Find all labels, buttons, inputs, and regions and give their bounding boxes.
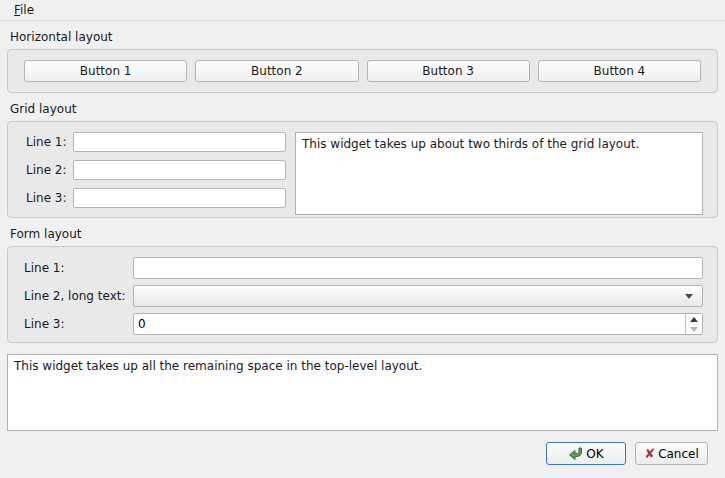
ok-button[interactable]: OK (546, 442, 626, 465)
dialog-content: Horizontal layout Button 1 Button 2 Butt… (0, 30, 725, 465)
form-line1-label: Line 1: (24, 261, 133, 275)
groupbox-horizontal-layout: Button 1 Button 2 Button 3 Button 4 (7, 49, 718, 93)
form-row-line3: Line 3: (24, 313, 703, 335)
form-line3-spinbox[interactable] (133, 313, 703, 335)
red-cross-icon: ✘ (644, 447, 655, 460)
form-line2-label: Line 2, long text: (24, 289, 133, 303)
chevron-down-icon (685, 294, 693, 299)
grid-line2-label: Line 2: (26, 163, 73, 177)
arrow-up-icon (690, 317, 698, 322)
dialog-button-row: OK ✘ Cancel (7, 442, 718, 465)
bottom-textedit[interactable]: This widget takes up all the remaining s… (7, 354, 718, 431)
form-line2-combobox[interactable] (133, 285, 703, 307)
grid-line2-input[interactable] (73, 160, 286, 180)
menu-bar: File (0, 0, 725, 21)
grid-line1-input[interactable] (73, 132, 286, 152)
form-row-line1: Line 1: (24, 257, 703, 279)
grid-row-line1: Line 1: (26, 132, 286, 152)
spinbox-value-input[interactable] (134, 314, 685, 334)
spinbox-arrows (685, 314, 702, 334)
button-2[interactable]: Button 2 (195, 60, 358, 82)
button-4[interactable]: Button 4 (538, 60, 701, 82)
grid-textedit[interactable]: This widget takes up about two thirds of… (295, 132, 703, 215)
form-line3-label: Line 3: (24, 317, 133, 331)
green-return-arrow-icon (568, 446, 583, 461)
grid-left-column: Line 1: Line 2: Line 3: (26, 132, 286, 209)
button-1[interactable]: Button 1 (24, 60, 187, 82)
menu-file-rest: ile (20, 3, 34, 17)
form-row-line2: Line 2, long text: (24, 285, 703, 307)
form-line1-input[interactable] (133, 257, 703, 279)
group-title-horizontal-layout: Horizontal layout (10, 30, 715, 45)
grid-row-line3: Line 3: (26, 188, 286, 208)
ok-button-label: OK (586, 447, 603, 461)
group-title-grid-layout: Grid layout (10, 102, 715, 117)
spinbox-down-button[interactable] (686, 324, 702, 334)
cancel-button[interactable]: ✘ Cancel (635, 442, 708, 465)
groupbox-grid-layout: Line 1: Line 2: Line 3: This widget take… (7, 121, 718, 218)
groupbox-form-layout: Line 1: Line 2, long text: Line 3: (7, 246, 718, 343)
arrow-down-icon (690, 327, 698, 332)
grid-line3-label: Line 3: (26, 191, 73, 205)
grid-row-line2: Line 2: (26, 160, 286, 180)
spinbox-up-button[interactable] (686, 314, 702, 324)
grid-line1-label: Line 1: (26, 135, 73, 149)
button-3[interactable]: Button 3 (367, 60, 530, 82)
grid-line3-input[interactable] (73, 188, 286, 208)
cancel-button-label: Cancel (658, 447, 699, 461)
menu-item-file[interactable]: File (10, 2, 38, 18)
group-title-form-layout: Form layout (10, 227, 715, 242)
